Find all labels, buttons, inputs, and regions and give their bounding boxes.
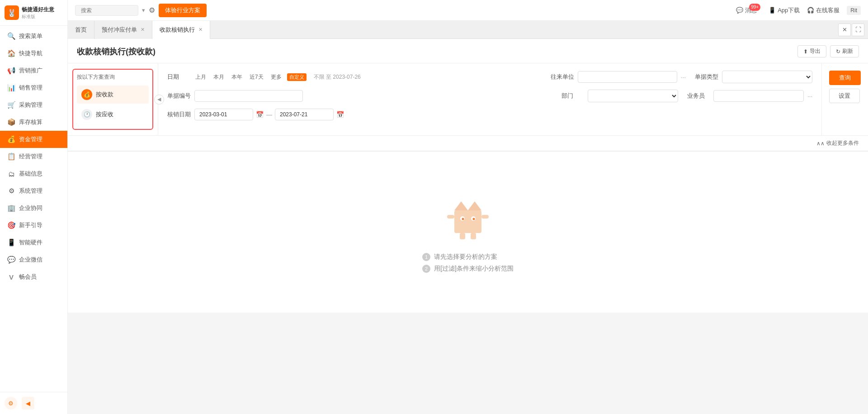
online-service-btn[interactable]: 🎧 在线客服 <box>807 6 840 14</box>
writeoff-date-group: 📅 — 📅 <box>194 109 344 120</box>
sidebar-item-label: 基础信息 <box>19 170 42 178</box>
refresh-btn[interactable]: ↻ 刷新 <box>830 45 859 57</box>
expand-tab-btn[interactable]: ⛶ <box>852 24 864 36</box>
export-btn[interactable]: ⬆ 导出 <box>797 45 826 57</box>
topbar-search-input[interactable] <box>75 5 138 16</box>
counterparty-label: 往来单位 <box>551 73 574 81</box>
calendar-start-icon[interactable]: 📅 <box>256 111 264 118</box>
svg-point-3 <box>462 218 464 220</box>
sidebar-item-operation[interactable]: 📋 经营管理 <box>0 148 67 165</box>
message-icon: 💬 <box>736 7 743 14</box>
filter-option-by-receipt[interactable]: 💰 按收款 <box>77 86 149 104</box>
settings-icon[interactable]: ⚙ <box>149 6 155 14</box>
date-more[interactable]: 更多 <box>269 72 283 82</box>
tab-prepay[interactable]: 预付冲应付单 ✕ <box>94 21 152 39</box>
settings-bottom-icon[interactable]: ⚙ <box>5 397 17 409</box>
tab-home-label: 首页 <box>75 26 87 34</box>
voucher-no-input[interactable] <box>194 90 303 102</box>
writeoff-date-end-input[interactable] <box>275 109 334 120</box>
filter-row-1: 日期 上月 本月 本年 近7天 更多 自定义 <box>167 71 812 83</box>
sidebar-item-beginner[interactable]: 🎯 新手引导 <box>0 217 67 234</box>
voucher-type-field: 单据类型 <box>695 71 812 83</box>
sidebar-item-search-menu[interactable]: 🔍 搜索菜单 <box>0 28 67 45</box>
chevron-down-icon[interactable]: ▾ <box>142 7 145 14</box>
close-tab-btn[interactable]: ✕ <box>838 24 851 36</box>
sidebar-item-basic-info[interactable]: 🗂 基础信息 <box>0 165 67 182</box>
sidebar-item-system[interactable]: ⚙ 系统管理 <box>0 182 67 200</box>
date-last-7days[interactable]: 近7天 <box>248 72 265 82</box>
filter-area: 按以下方案查询 💰 按收款 🕐 按应收 ◀ <box>68 63 868 136</box>
solution-btn[interactable]: 体验行业方案 <box>159 4 207 17</box>
sidebar-item-finance[interactable]: 💰 资金管理 <box>0 131 67 148</box>
svg-rect-8 <box>471 233 476 239</box>
dept-field: 部门 <box>561 90 678 102</box>
salesperson-label: 业务员 <box>687 92 710 100</box>
message-btn[interactable]: 💬 消息 99+ <box>736 6 757 14</box>
sidebar-item-inventory[interactable]: 📦 库存核算 <box>0 114 67 131</box>
sidebar-item-label: 搜索菜单 <box>19 32 42 40</box>
sidebar-item-label: 畅会员 <box>19 273 37 281</box>
box-icon: 📦 <box>7 118 15 126</box>
date-this-month[interactable]: 本月 <box>212 72 226 82</box>
sidebar-item-marketing[interactable]: 📢 营销推广 <box>0 62 67 79</box>
dept-select[interactable] <box>588 90 678 102</box>
collapse-more-conditions: ∧∧ 收起更多条件 <box>68 136 868 151</box>
sidebar-item-corp-collab[interactable]: 🏢 企业协同 <box>0 200 67 217</box>
sidebar-item-purchase[interactable]: 🛒 采购管理 <box>0 96 67 114</box>
sidebar-item-label: 新手引导 <box>19 221 42 229</box>
app-edition: 标准版 <box>22 14 54 20</box>
collapse-btn[interactable]: ∧∧ 收起更多条件 <box>816 139 859 147</box>
sidebar: 🐰 畅捷通好生意 标准版 🔍 搜索菜单 🏠 快捷导航 📢 营销推广 📊 销售管理… <box>0 0 68 414</box>
collapse-sidebar-btn[interactable]: ◀ <box>22 397 34 409</box>
sidebar-item-label: 智能硬件 <box>19 238 42 247</box>
sidebar-item-label: 经营管理 <box>19 152 42 161</box>
chat-icon: 💬 <box>7 256 15 264</box>
collapse-label: 收起更多条件 <box>826 139 859 147</box>
svg-rect-6 <box>481 215 489 219</box>
phone-icon: 📱 <box>7 238 15 247</box>
svg-rect-0 <box>454 210 481 233</box>
empty-step-2: 2 用[过滤]条件来缩小分析范围 <box>422 265 514 273</box>
setting-btn[interactable]: 设置 <box>829 89 860 103</box>
tab-writeoff-close[interactable]: ✕ <box>198 27 203 33</box>
download-icon: 📱 <box>769 7 776 14</box>
writeoff-date-field: 核销日期 📅 — 📅 <box>167 109 344 120</box>
tab-prepay-close[interactable]: ✕ <box>141 27 145 33</box>
online-service-label: 在线客服 <box>816 6 840 14</box>
query-btn[interactable]: 查询 <box>829 71 861 85</box>
sidebar-item-enterprise-wx[interactable]: 💬 企业微信 <box>0 251 67 268</box>
voucher-type-select[interactable] <box>722 71 812 83</box>
writeoff-date-start-input[interactable] <box>194 109 253 120</box>
empty-step-1: 1 请先选择要分析的方案 <box>422 253 514 261</box>
refresh-icon: ↻ <box>836 48 840 55</box>
date-custom-badge[interactable]: 自定义 <box>287 73 307 81</box>
empty-illustration <box>441 188 495 242</box>
app-logo-icon: 🐰 <box>5 5 19 20</box>
money-icon: 💰 <box>7 135 15 143</box>
page-header-actions: ⬆ 导出 ↻ 刷新 <box>797 45 859 63</box>
calendar-end-icon[interactable]: 📅 <box>336 111 344 118</box>
user-info[interactable]: Rit <box>847 6 861 15</box>
tab-writeoff[interactable]: 收款核销执行 ✕ <box>152 21 210 39</box>
date-last-month[interactable]: 上月 <box>193 72 208 82</box>
filter-collapse-toggle[interactable]: ◀ <box>154 95 164 105</box>
tab-home[interactable]: 首页 <box>68 21 94 39</box>
tab-writeoff-label: 收款核销执行 <box>160 26 195 34</box>
sidebar-item-quick-nav[interactable]: 🏠 快捷导航 <box>0 45 67 62</box>
app-download-label: App下载 <box>778 6 800 14</box>
salesperson-input[interactable] <box>713 90 804 102</box>
chevron-up-icon: ∧∧ <box>816 140 825 147</box>
app-download-btn[interactable]: 📱 App下载 <box>769 6 800 14</box>
sidebar-item-sales[interactable]: 📊 销售管理 <box>0 79 67 96</box>
svg-point-4 <box>473 218 475 220</box>
counterparty-input[interactable] <box>578 71 677 83</box>
sidebar-item-vip[interactable]: V 畅会员 <box>0 268 67 286</box>
sidebar-item-smart-hw[interactable]: 📱 智能硬件 <box>0 234 67 251</box>
empty-steps: 1 请先选择要分析的方案 2 用[过滤]条件来缩小分析范围 <box>422 253 514 276</box>
sidebar-item-label: 企业微信 <box>19 256 42 264</box>
counterparty-more-btn[interactable]: ··· <box>681 74 686 81</box>
date-to: 至 2023-07-26 <box>326 74 361 80</box>
filter-option-by-receivable[interactable]: 🕐 按应收 <box>77 105 149 124</box>
salesperson-more-btn[interactable]: ··· <box>807 93 812 100</box>
date-this-year[interactable]: 本年 <box>230 72 244 82</box>
